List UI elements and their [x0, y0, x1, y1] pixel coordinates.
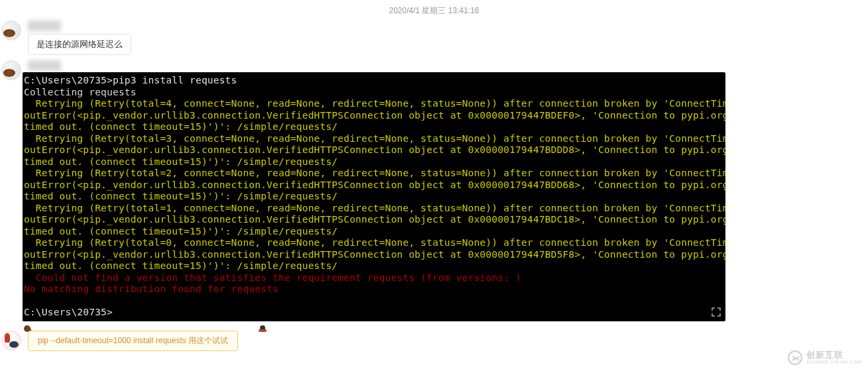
message-bubble[interactable]: 是连接的源网络延迟么 [28, 34, 131, 55]
terminal-retry-line: Retrying (Retry(total=2, connect=None, r… [24, 168, 725, 201]
message-2: C:\Users\20735>pip3 install requests Col… [0, 60, 868, 321]
watermark: 创新互联 CHUANG XIN HU LIAN [788, 350, 861, 365]
avatar[interactable] [1, 21, 21, 40]
terminal-retry-line: Retrying (Retry(total=4, connect=None, r… [24, 98, 725, 132]
terminal-screenshot[interactable]: C:\Users\20735>pip3 install requests Col… [23, 72, 725, 321]
user-nickname [28, 60, 61, 71]
bubble-decoration-icon [260, 325, 269, 335]
terminal-retry-line: Retrying (Retry(total=3, connect=None, r… [24, 133, 725, 167]
terminal-error-line: Could not find a version that satisfies … [24, 272, 521, 283]
avatar[interactable] [1, 60, 21, 80]
terminal-retry-line: Retrying (Retry(total=1, connect=None, r… [24, 203, 725, 237]
watermark-main-text: 创新互联 [806, 350, 861, 360]
terminal-output-line: Collecting requests [24, 87, 137, 97]
message-1: 是连接的源网络延迟么 [0, 21, 868, 55]
avatar[interactable] [1, 331, 21, 350]
terminal-error-line: No matching distribution found for reque… [24, 284, 279, 294]
terminal-prompt-line: C:\Users\20735>pip3 install requests [24, 75, 237, 85]
user-nickname [28, 21, 61, 31]
watermark-logo-icon [788, 350, 802, 365]
terminal-retry-line: Retrying (Retry(total=0, connect=None, r… [24, 237, 725, 271]
message-bubble[interactable]: pip --default-timeout=1000 install reque… [28, 331, 238, 351]
terminal-prompt-line: C:\Users\20735> [24, 307, 113, 317]
expand-icon[interactable] [711, 307, 721, 317]
message-timestamp: 2020/4/1 星期三 13:41:16 [0, 0, 868, 21]
message-3: pip --default-timeout=1000 install reque… [0, 331, 868, 351]
watermark-sub-text: CHUANG XIN HU LIAN [806, 360, 861, 365]
